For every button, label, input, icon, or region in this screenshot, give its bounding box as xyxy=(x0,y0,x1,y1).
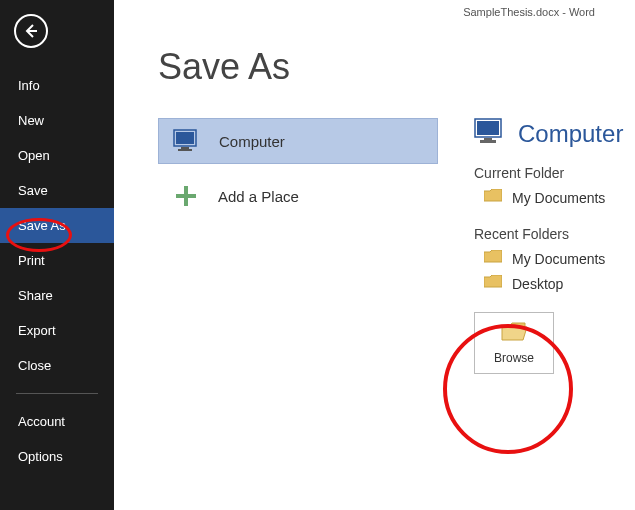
sidebar-item-save-as[interactable]: Save As xyxy=(0,208,114,243)
right-panel-header: Computer xyxy=(474,118,635,149)
svg-rect-10 xyxy=(480,140,496,143)
folder-icon xyxy=(484,250,502,267)
folder-icon xyxy=(484,189,502,206)
folder-my-documents-recent[interactable]: My Documents xyxy=(474,248,635,269)
place-computer[interactable]: Computer xyxy=(158,118,438,164)
sidebar-item-export[interactable]: Export xyxy=(0,313,114,348)
recent-folders-header: Recent Folders xyxy=(474,226,635,242)
backstage-sidebar: Info New Open Save Save As Print Share E… xyxy=(0,0,114,510)
svg-rect-3 xyxy=(181,147,189,149)
folder-label: My Documents xyxy=(512,190,605,206)
place-add-a-place[interactable]: Add a Place xyxy=(158,174,438,218)
browse-label: Browse xyxy=(494,351,534,365)
svg-rect-8 xyxy=(477,121,499,135)
sidebar-item-close[interactable]: Close xyxy=(0,348,114,383)
browse-folder-icon xyxy=(501,322,527,345)
right-panel: Computer Current Folder My Documents Rec… xyxy=(474,118,635,374)
sidebar-item-save[interactable]: Save xyxy=(0,173,114,208)
sidebar-item-print[interactable]: Print xyxy=(0,243,114,278)
add-place-icon xyxy=(172,184,200,208)
place-computer-label: Computer xyxy=(219,133,285,150)
folder-desktop-recent[interactable]: Desktop xyxy=(474,273,635,294)
svg-rect-2 xyxy=(176,132,194,144)
recent-folders-list: My Documents Desktop xyxy=(474,248,635,294)
svg-rect-6 xyxy=(176,194,196,198)
computer-icon xyxy=(173,129,201,153)
back-button[interactable] xyxy=(14,14,48,48)
folder-my-documents-current[interactable]: My Documents xyxy=(474,187,635,208)
back-arrow-icon xyxy=(23,23,39,39)
browse-button[interactable]: Browse xyxy=(474,312,554,374)
document-title: SampleThesis.docx - Word xyxy=(463,6,595,18)
sidebar-menu: Info New Open Save Save As Print Share E… xyxy=(0,68,114,474)
sidebar-item-new[interactable]: New xyxy=(0,103,114,138)
folder-label: My Documents xyxy=(512,251,605,267)
page-title: Save As xyxy=(158,46,635,88)
right-panel-header-label: Computer xyxy=(518,120,623,148)
sidebar-item-account[interactable]: Account xyxy=(0,404,114,439)
svg-rect-9 xyxy=(484,138,492,140)
main-area: SampleThesis.docx - Word Save As Compute… xyxy=(114,0,635,510)
sidebar-item-open[interactable]: Open xyxy=(0,138,114,173)
sidebar-item-share[interactable]: Share xyxy=(0,278,114,313)
computer-large-icon xyxy=(474,118,506,149)
place-add-a-place-label: Add a Place xyxy=(218,188,299,205)
sidebar-item-options[interactable]: Options xyxy=(0,439,114,474)
current-folder-header: Current Folder xyxy=(474,165,635,181)
content-row: Computer Add a Place xyxy=(158,118,635,374)
save-places-list: Computer Add a Place xyxy=(158,118,438,374)
current-folders-list: My Documents xyxy=(474,187,635,208)
sidebar-item-info[interactable]: Info xyxy=(0,68,114,103)
svg-rect-4 xyxy=(178,149,192,151)
sidebar-divider xyxy=(16,393,98,394)
folder-label: Desktop xyxy=(512,276,563,292)
folder-icon xyxy=(484,275,502,292)
